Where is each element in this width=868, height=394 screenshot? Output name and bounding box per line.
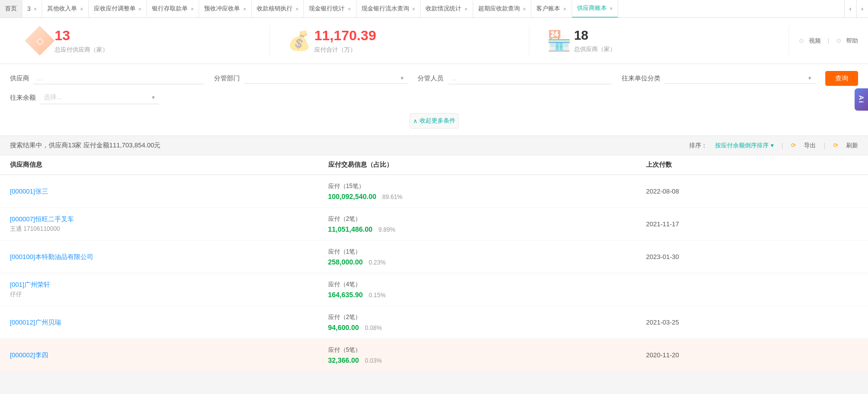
search-button[interactable]: 查询 xyxy=(825,71,858,86)
close-tab-overdue-collect[interactable]: × xyxy=(523,6,526,12)
nav-prev-arrow[interactable]: ‹ xyxy=(844,0,856,18)
top-right-actions: ⊙ 视频 | ⊙ 帮助 xyxy=(799,37,858,45)
supplier-input[interactable] xyxy=(33,72,204,84)
table-header: 供应商信息 应付交易信息（占比） 上次付数 xyxy=(0,155,868,175)
close-tab-collect-verify[interactable]: × xyxy=(295,6,298,12)
supplier-cell: [000001]张三 xyxy=(10,187,328,196)
shop-icon: 🏪 xyxy=(544,26,574,56)
tx-cell: 应付（2笔）11,051,486.009.89% xyxy=(328,215,647,233)
nav-tab-customer-account[interactable]: 客户账本× xyxy=(531,0,572,18)
sort-value: 按应付余额倒序排序 xyxy=(715,142,769,149)
total-suppliers-number: 18 xyxy=(574,28,774,43)
nav-tab-tab3[interactable]: 3× xyxy=(22,0,42,18)
close-tab-other-income[interactable]: × xyxy=(80,6,83,12)
circle-icon: ⊙ xyxy=(799,37,804,44)
summary-card-total-suppliers: 🏪 18 总供应商（家） xyxy=(529,26,789,56)
close-tab-cash-bank-stat[interactable]: × xyxy=(348,6,351,12)
table-row: [000012]广州贝瑞应付（2笔）94,600.000.08%2021-03-… xyxy=(0,306,868,339)
last-pay-date: 2021-11-17 xyxy=(646,220,858,228)
tx-amount[interactable]: 164,635.90 xyxy=(328,291,363,299)
tx-amount[interactable]: 32,366.00 xyxy=(328,356,359,364)
summary-card-suppliers: ◇ 13 总应付供应商（家） xyxy=(10,26,270,56)
balance-label: 往来余额 xyxy=(10,93,36,102)
filter-section: 供应商 分管部门 ▾ 分管人员 往来单位分类 ▾ xyxy=(0,64,868,136)
tx-amount[interactable]: 11,051,486.00 xyxy=(328,225,373,233)
chevron-up-icon: ∧ xyxy=(413,118,418,125)
tx-amount[interactable]: 94,600.00 xyxy=(328,324,359,331)
close-tab-collect-stat[interactable]: × xyxy=(464,6,467,12)
category-label: 往来单位分类 xyxy=(622,74,660,83)
summary-card-amount: 💰 11,170.39 应付合计（万） xyxy=(270,26,529,56)
results-actions: 排序： 按应付余额倒序排序 ▾ | ⟳ 导出 | ⟳ 刷新 xyxy=(689,141,858,150)
close-tab-advance-collect[interactable]: × xyxy=(243,6,246,12)
nav-tab-other-income[interactable]: 其他收入单× xyxy=(42,0,88,18)
nav-tab-home[interactable]: 首页 xyxy=(0,0,22,18)
refresh-button[interactable]: 刷新 xyxy=(846,141,858,150)
category-select[interactable]: ▾ xyxy=(664,73,816,84)
person-input[interactable] xyxy=(447,72,612,84)
diamond-icon: ◇ xyxy=(25,26,55,56)
tx-percent: 0.23% xyxy=(369,259,386,266)
last-pay-date: 2022-08-08 xyxy=(646,188,858,195)
balance-select[interactable]: 选择... ▾ xyxy=(40,91,159,104)
tx-amount[interactable]: 258,000.00 xyxy=(328,258,363,266)
help-link[interactable]: 帮助 xyxy=(846,37,858,45)
category-chevron-icon: ▾ xyxy=(808,75,811,81)
balance-chevron-icon: ▾ xyxy=(152,94,155,101)
nav-tab-collect-verify[interactable]: 收款核销执行× xyxy=(252,0,304,18)
close-tab-bank-deposit[interactable]: × xyxy=(191,6,194,12)
supplier-cell: [001]广州荣轩仔仔 xyxy=(10,280,328,299)
total-ap-suppliers-label: 总应付供应商（家） xyxy=(55,46,254,54)
supplier-link[interactable]: [000007]恒旺二手叉车 xyxy=(10,215,74,223)
export-button[interactable]: 导出 xyxy=(804,141,816,150)
tx-amount[interactable]: 100,092,540.00 xyxy=(328,193,376,200)
summary-section: ◇ 13 总应付供应商（家） 💰 11,170.39 应付合计（万） 🏪 18 … xyxy=(0,18,868,64)
last-pay-date: 2023-01-30 xyxy=(646,253,858,261)
circle-icon2: ⊙ xyxy=(836,37,841,44)
sort-select[interactable]: 按应付余额倒序排序 ▾ xyxy=(715,141,773,150)
tx-label: 应付（4笔） xyxy=(328,280,647,289)
summary-card3-content: 18 总供应商（家） xyxy=(574,28,774,54)
supplier-cell: [000002]李四 xyxy=(10,351,328,360)
collapse-label: 收起更多条件 xyxy=(420,117,455,125)
nav-arrows: ‹ › xyxy=(844,0,868,18)
supplier-sub: 仔仔 xyxy=(10,290,328,299)
table-row: [000002]李四应付（5笔）32,366.000.03%2020-11-20 xyxy=(0,339,868,372)
nav-tab-advance-collect[interactable]: 预收冲应收单× xyxy=(199,0,251,18)
summary-card1-content: 13 总应付供应商（家） xyxy=(55,27,254,55)
dept-select[interactable]: ▾ xyxy=(244,73,408,84)
supplier-sub: 王通 17106110000 xyxy=(10,225,328,233)
nav-tab-ap-adjust[interactable]: 应收应付调整单× xyxy=(89,0,147,18)
table-row: [001]广州荣轩仔仔应付（4笔）164,635.900.15% xyxy=(0,273,868,306)
table-row: [000007]恒旺二手叉车王通 17106110000应付（2笔）11,051… xyxy=(0,208,868,241)
ai-button[interactable]: Ai xyxy=(855,88,868,111)
nav-tab-cash-bank-flow[interactable]: 现金银行流水查询× xyxy=(357,0,421,18)
nav-tab-collect-stat[interactable]: 收款情况统计× xyxy=(421,0,473,18)
supplier-link[interactable]: [000012]广州贝瑞 xyxy=(10,319,61,326)
tx-label: 应付（15笔） xyxy=(328,182,647,191)
nav-tab-cash-bank-stat[interactable]: 现金银行统计× xyxy=(304,0,356,18)
table-body: [000001]张三应付（15笔）100,092,540.0089.61%202… xyxy=(0,175,868,372)
supplier-link[interactable]: [001]广州荣轩 xyxy=(10,281,50,288)
tx-label: 应付（2笔） xyxy=(328,313,647,322)
supplier-link[interactable]: [000001]张三 xyxy=(10,188,48,195)
nav-tab-overdue-collect[interactable]: 超期应收款查询× xyxy=(473,0,531,18)
nav-tab-bank-deposit[interactable]: 银行存取款单× xyxy=(147,0,199,18)
total-ap-suppliers-number: 13 xyxy=(55,27,254,44)
close-tab-supplier-account[interactable]: × xyxy=(610,5,613,11)
coin-icon: 💰 xyxy=(285,26,314,56)
video-link[interactable]: 视频 xyxy=(809,37,821,45)
close-tab-tab3[interactable]: × xyxy=(34,6,37,12)
close-tab-ap-adjust[interactable]: × xyxy=(139,6,142,12)
close-tab-customer-account[interactable]: × xyxy=(563,6,566,12)
nav-tab-supplier-account[interactable]: 供应商账本× xyxy=(572,0,618,18)
collapse-bar[interactable]: ∧ 收起更多条件 xyxy=(410,113,459,129)
supplier-cell: [000012]广州贝瑞 xyxy=(10,318,328,327)
nav-next-arrow[interactable]: › xyxy=(856,0,868,18)
supplier-link[interactable]: [000002]李四 xyxy=(10,351,48,359)
close-tab-cash-bank-flow[interactable]: × xyxy=(412,6,415,12)
supplier-link[interactable]: [000100]本特勤油品有限公司 xyxy=(10,253,93,261)
dept-label: 分管部门 xyxy=(214,74,240,83)
tx-cell: 应付（1笔）258,000.000.23% xyxy=(328,248,647,266)
supplier-label: 供应商 xyxy=(10,74,29,83)
